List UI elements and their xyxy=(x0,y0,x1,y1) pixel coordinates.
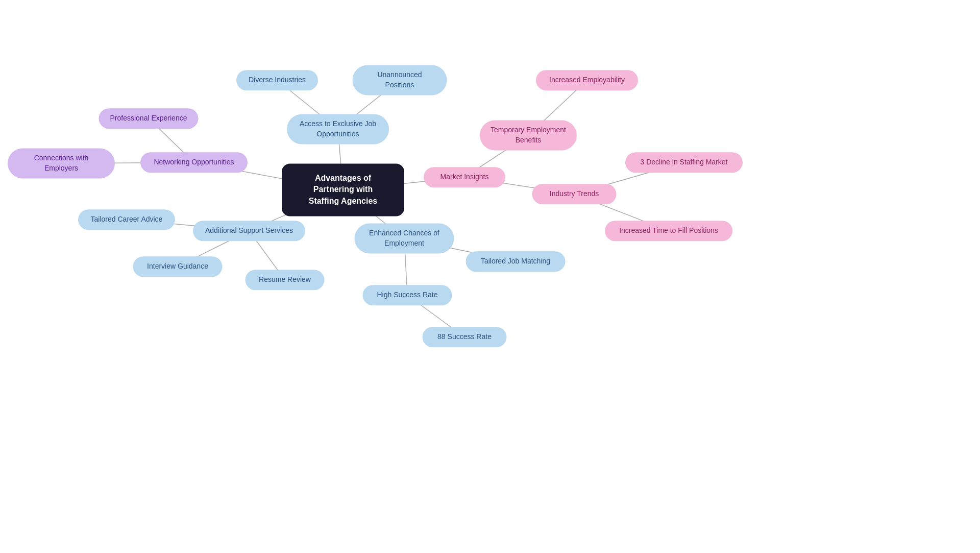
node-unannounced-positions[interactable]: Unannounced Positions xyxy=(353,65,447,95)
node-connections-employers[interactable]: Connections with Employers xyxy=(8,148,115,178)
node-additional-support[interactable]: Additional Support Services xyxy=(193,221,305,241)
node-increased-time[interactable]: Increased Time to Fill Positions xyxy=(605,221,732,241)
node-access-exclusive[interactable]: Access to Exclusive JobOpportunities xyxy=(287,114,389,144)
node-resume-review[interactable]: Resume Review xyxy=(246,270,325,290)
node-enhanced-chances[interactable]: Enhanced Chances ofEmployment xyxy=(355,223,454,253)
center-node[interactable]: Advantages of Partnering with Staffing A… xyxy=(282,163,404,216)
mindmap-container: Advantages of Partnering with Staffing A… xyxy=(0,0,980,553)
node-decline-staffing[interactable]: 3 Decline in Staffing Market xyxy=(625,152,743,173)
node-interview-guidance[interactable]: Interview Guidance xyxy=(133,256,223,277)
node-increased-employability[interactable]: Increased Employability xyxy=(536,70,638,90)
node-tailored-career[interactable]: Tailored Career Advice xyxy=(78,209,175,230)
node-diverse-industries[interactable]: Diverse Industries xyxy=(236,70,318,90)
node-professional-experience[interactable]: Professional Experience xyxy=(99,108,199,129)
node-networking-opportunities[interactable]: Networking Opportunities xyxy=(140,152,248,173)
node-industry-trends[interactable]: Industry Trends xyxy=(532,184,617,204)
node-tailored-job[interactable]: Tailored Job Matching xyxy=(466,251,566,272)
node-temporary-employment[interactable]: Temporary EmploymentBenefits xyxy=(480,120,577,150)
node-high-success[interactable]: High Success Rate xyxy=(363,285,452,305)
node-market-insights[interactable]: Market Insights xyxy=(424,167,505,187)
node-success-rate-88[interactable]: 88 Success Rate xyxy=(423,327,507,347)
